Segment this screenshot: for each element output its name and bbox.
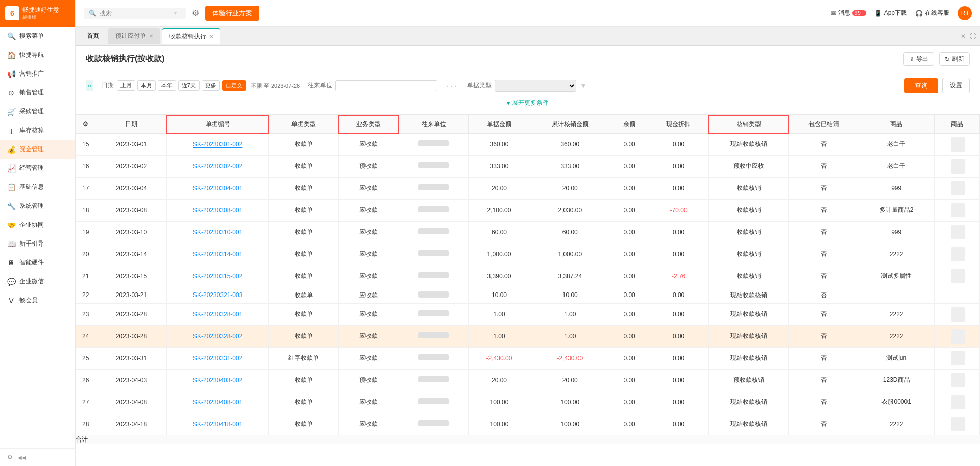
tab-prepay-close[interactable]: ✕	[149, 33, 153, 39]
settings-icon[interactable]: ⚙	[7, 454, 13, 461]
cell-no: 24	[76, 325, 96, 347]
date-btn-custom[interactable]: 自定义	[222, 80, 246, 91]
cell-bill-no[interactable]: SK-20230418-001	[167, 413, 269, 435]
refresh-button[interactable]: ↻ 刷新	[939, 52, 970, 66]
sidebar-item-enterprise[interactable]: 🤝 企业协同	[0, 215, 75, 234]
sidebar-label-finance: 资金管理	[19, 145, 44, 154]
cell-partner	[399, 287, 469, 303]
search-input[interactable]	[100, 10, 171, 17]
cell-bill-type: 收款单	[268, 177, 338, 199]
tab-collection-close[interactable]: ✕	[209, 34, 213, 39]
cell-product: 测试多属性	[859, 265, 934, 287]
expand-label: 展开更多条件	[512, 99, 549, 107]
chevron-down-icon: ▾	[507, 100, 510, 107]
cell-bill-no[interactable]: SK-20230408-001	[167, 391, 269, 413]
cell-accumulated: 1.00	[530, 303, 610, 325]
query-button[interactable]: 查询	[904, 78, 938, 93]
purchase-icon: 🛒	[7, 108, 15, 116]
table-row: 252023-03-31SK-20230331-002红字收款单应收款-2,43…	[76, 347, 980, 369]
date-btn-thisyear[interactable]: 本年	[158, 80, 176, 91]
export-button[interactable]: ⇪ 导出	[903, 52, 934, 66]
sidebar-item-purchase[interactable]: 🛒 采购管理	[0, 102, 75, 121]
billtype-dropdown-arrow: ▾	[581, 81, 585, 90]
sidebar-item-hardware[interactable]: 🖥 智能硬件	[0, 253, 75, 272]
date-btn-thismonth[interactable]: 本月	[137, 80, 156, 91]
logo-line1: 畅捷通好生意	[22, 6, 59, 14]
sidebar-item-guide[interactable]: 📖 新手引导	[0, 234, 75, 253]
cell-accumulated: 10.00	[530, 287, 610, 303]
cell-bill-no[interactable]: SK-20230308-001	[167, 199, 269, 221]
cell-bill-no[interactable]: SK-20230301-002	[167, 133, 269, 155]
sidebar-label-search: 搜索菜单	[19, 32, 44, 40]
cell-biz-type: 预收款	[338, 155, 399, 177]
tab-home-label: 首页	[87, 32, 99, 40]
cell-bill-no[interactable]: SK-20230331-002	[167, 347, 269, 369]
cell-date: 2023-03-10	[96, 221, 167, 243]
sidebar-item-marketing[interactable]: 📢 营销推广	[0, 64, 75, 83]
cell-bill-no[interactable]: SK-20230304-001	[167, 177, 269, 199]
filter-billtype-item: 单据类型 ▾	[467, 80, 585, 92]
gear-icon[interactable]: ⚙	[192, 8, 199, 18]
data-table-wrapper: ⚙ 日期 单据编号 单据类型 业务类型 往来单位 单据金额 累计核销金额 余额 …	[76, 115, 980, 466]
sidebar-item-sales[interactable]: ⊙ 销售管理	[0, 83, 75, 102]
sidebar-item-wechat[interactable]: 💬 企业微信	[0, 272, 75, 291]
tab-expand-icon[interactable]: ⛶	[970, 33, 976, 40]
cell-product: 老白干	[859, 155, 934, 177]
app-download-button[interactable]: 📱 App下载	[874, 9, 907, 17]
sidebar-item-finance[interactable]: 💰 资金管理	[0, 140, 75, 159]
user-avatar[interactable]: Rit	[958, 6, 972, 20]
filter-expand-toggle[interactable]: »	[86, 80, 93, 91]
col-header-settings[interactable]: ⚙	[76, 115, 96, 133]
cell-bill-no[interactable]: SK-20230321-003	[167, 287, 269, 303]
cell-balance: 0.00	[610, 369, 649, 391]
cell-partner	[399, 303, 469, 325]
sidebar-item-search[interactable]: 🔍 搜索菜单	[0, 27, 75, 45]
sidebar-label-guide: 新手引导	[19, 239, 44, 248]
sidebar-item-shortcut[interactable]: 🏠 快捷导航	[0, 45, 75, 64]
tab-collection-label: 收款核销执行	[169, 32, 206, 41]
sidebar-label-inventory: 库存核算	[19, 126, 44, 135]
cell-bill-no[interactable]: SK-20230314-001	[167, 243, 269, 265]
cell-bill-no[interactable]: SK-20230310-001	[167, 221, 269, 243]
date-btn-more[interactable]: 更多	[202, 80, 220, 91]
tab-collection[interactable]: 收款核销执行 ✕	[162, 28, 220, 44]
cell-balance: 0.00	[610, 391, 649, 413]
cell-bill-no[interactable]: SK-20230328-001	[167, 303, 269, 325]
cell-bill-no[interactable]: SK-20230302-002	[167, 155, 269, 177]
service-button[interactable]: 🎧 在线客服	[915, 9, 949, 17]
cell-accumulated: 20.00	[530, 369, 610, 391]
sidebar-item-operation[interactable]: 📈 经营管理	[0, 159, 75, 178]
sidebar-item-basic[interactable]: 📋 基础信息	[0, 178, 75, 197]
billtype-select[interactable]	[495, 80, 576, 92]
cell-biz-type: 应收款	[338, 221, 399, 243]
filter-row-1: » 日期 上月 本月 本年 近7天 更多 自定义 不限 至 2023-07-26	[86, 78, 970, 93]
cell-bill-no[interactable]: SK-20230328-002	[167, 325, 269, 347]
tab-close-all-icon[interactable]: ✕	[961, 33, 966, 40]
cell-accumulated: 100.00	[530, 413, 610, 435]
setting-button[interactable]: 设置	[942, 78, 970, 93]
col-settings-icon[interactable]: ⚙	[83, 120, 88, 128]
sidebar-item-system[interactable]: 🔧 系统管理	[0, 197, 75, 215]
cell-accumulated: 2,030.00	[530, 199, 610, 221]
expand-more-button[interactable]: ▾ 展开更多条件	[507, 96, 549, 109]
tab-home[interactable]: 首页	[80, 28, 106, 44]
cell-discount: 0.00	[649, 391, 708, 413]
dropdown-arrow[interactable]: ▾	[174, 10, 177, 16]
sales-icon: ⊙	[7, 89, 15, 97]
sidebar-item-inventory[interactable]: ◫ 库存核算	[0, 121, 75, 140]
message-button[interactable]: ✉ 消息 99+	[831, 9, 866, 17]
collapse-icon[interactable]: ◀◀	[18, 455, 26, 460]
cell-product: 123D商品	[859, 369, 934, 391]
solution-button[interactable]: 体验行业方案	[205, 6, 259, 21]
tab-prepay[interactable]: 预计应付单 ✕	[108, 28, 160, 44]
date-btn-7days[interactable]: 近7天	[178, 80, 200, 91]
cell-date: 2023-03-28	[96, 303, 167, 325]
cell-bill-no[interactable]: SK-20230403-002	[167, 369, 269, 391]
date-btn-lastmonth[interactable]: 上月	[117, 80, 135, 91]
cell-biz-type: 应收款	[338, 265, 399, 287]
cell-product: 2222	[859, 413, 934, 435]
cell-bill-no[interactable]: SK-20230315-002	[167, 265, 269, 287]
sidebar-item-member[interactable]: V 畅会员	[0, 291, 75, 310]
cell-partner	[399, 221, 469, 243]
partner-input[interactable]	[335, 80, 437, 91]
